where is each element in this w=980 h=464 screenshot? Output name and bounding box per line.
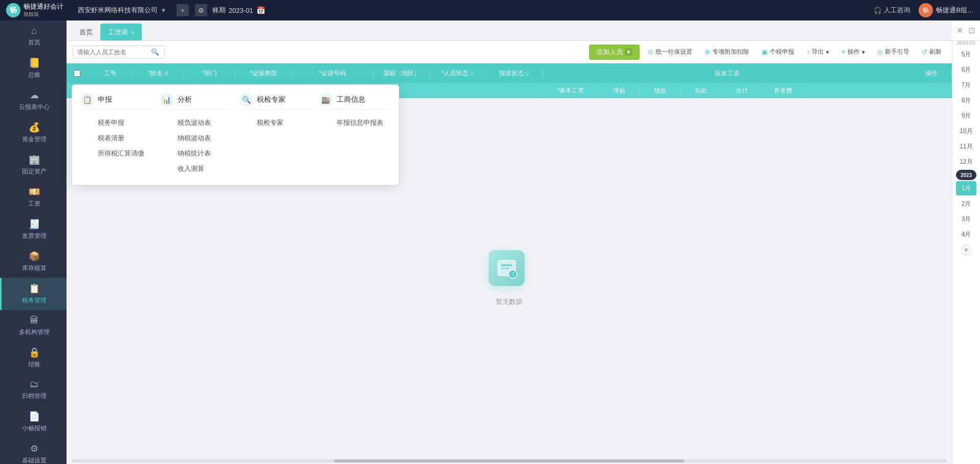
operations-button[interactable]: ≡ 操作 ▾ [837,46,869,58]
dropdown-item-annual-report[interactable]: 年报信息申报表 [319,115,391,130]
month-item-6[interactable]: 6月 [956,62,976,77]
th-dept: *部门 [184,69,235,78]
month-item-7[interactable]: 7月 [956,78,976,92]
period-label: 账期 [212,6,226,15]
select-all-checkbox[interactable] [74,70,80,77]
operations-label: 操作 [847,48,860,56]
month-item-12[interactable]: 12月 [956,154,976,169]
month-item-1[interactable]: 1月 [956,181,976,195]
month-item-5[interactable]: 5月 [956,47,976,61]
month-item-10[interactable]: 10月 [956,124,976,138]
month-item-3[interactable]: 3月 [956,212,976,226]
dropdown-item-tax-burden[interactable]: 税负波动表 [160,115,232,130]
social-insurance-icon: ⊙ [648,48,654,56]
headset-icon: 🎧 [874,7,882,14]
scroll-thumb[interactable] [334,459,684,462]
period-area: 账期 2023-01 📅 [212,6,265,15]
settings-icon[interactable]: ⚙ [195,4,207,16]
dropdown-item-income-calc[interactable]: 收入测算 [160,161,232,176]
sidebar-item-invoice[interactable]: 🧾 发票管理 [0,213,67,246]
month-item-2[interactable]: 2月 [956,196,976,211]
sidebar-item-cloud-report[interactable]: ☁ 云报表中心 [0,84,67,117]
guide-icon: ◎ [877,48,883,56]
company-selector[interactable]: 西安虾米网络科技有限公司 ▼ [78,6,166,15]
header-checkbox-cell[interactable] [67,70,87,77]
tab-salary[interactable]: 工资表 × [100,24,142,40]
calendar-icon[interactable]: 📅 [256,6,265,14]
sidebar-item-settings[interactable]: ⚙ 基础设置 [0,438,67,464]
window-close-icon[interactable]: ✕ [956,26,963,35]
scroll-down-arrow[interactable]: ▼ [960,244,972,256]
right-panel: ▲ 2023.01 5月 6月 7月 8月 9月 10月 11月 12月 202… [952,20,980,464]
month-item-8[interactable]: 8月 [956,93,976,107]
archive-icon: 🗂 [30,379,39,390]
dropdown-item-tax-expert[interactable]: 税检专家 [239,115,311,130]
section-label: 申报 [98,95,112,104]
horizontal-scrollbar[interactable] [67,458,952,464]
period-value: 2023-01 [229,7,253,14]
sidebar-item-label: 云报表中心 [19,103,50,112]
sidebar-item-label: 资金管理 [22,135,47,144]
sidebar-item-ledger[interactable]: 📒 总账 [0,52,67,84]
svg-text:?: ? [511,272,514,277]
month-item-11[interactable]: 11月 [956,139,976,153]
sidebar-item-xiao-chang[interactable]: 📄 小畅报销 [0,406,67,438]
multi-org-icon: 🏛 [30,315,39,326]
th-status[interactable]: *人员状态 ▽ [430,69,486,78]
th-action: 操作 [911,69,952,78]
th-pension: 养老费 [763,86,803,95]
add-person-button[interactable]: 添加人员 ▾ [589,45,640,60]
sidebar-item-multi-org[interactable]: 🏛 多机构管理 [0,310,67,342]
scroll-track[interactable] [72,459,947,462]
window-maximize-icon[interactable]: ⊡ [968,26,975,35]
section-label: 税检专家 [257,95,286,104]
export-button[interactable]: ↑ 导出 ▾ [802,46,834,58]
sidebar-item-closing[interactable]: 🔒 结账 [0,342,67,374]
section-label: 分析 [178,95,192,104]
sidebar-item-tax[interactable]: 📋 税务管理 [0,278,67,310]
sidebar-item-label: 小畅报销 [22,424,47,433]
service-button[interactable]: 🎧 人工咨询 [874,6,910,15]
top-bar-actions: + ⚙ [177,4,207,16]
dropdown-section-zhuanjia: 🔍 税检专家 税检专家 [239,93,311,176]
dropdown-item-tax-dynamic[interactable]: 纳税波动表 [160,130,232,146]
th-payroll-group: 应发工资 [542,69,911,78]
tax-report-button[interactable]: ▣ 个税申报 [757,46,798,58]
dropdown-section-fenxi: 📊 分析 税负波动表 纳税波动表 纳税统计表 收入测算 [160,93,232,176]
dropdown-item-tax-stats[interactable]: 纳税统计表 [160,146,232,161]
th-report-status[interactable]: 报送状态 ▽ [486,69,542,78]
search-input[interactable] [77,49,149,56]
closing-icon: 🔒 [29,347,40,358]
sidebar-item-salary[interactable]: 💴 工资 [0,181,67,213]
export-label: 导出 [812,48,824,56]
tax-icon: 📋 [29,283,40,294]
invoice-icon: 🧾 [29,218,40,230]
filter-icon: ▽ [470,71,474,76]
search-input-wrap[interactable]: 🔍 [73,46,165,58]
inventory-icon: 📦 [29,251,40,262]
dropdown-item-tax-report[interactable]: 税务申报 [80,115,152,130]
refresh-button[interactable]: ↺ 刷新 [918,46,946,58]
th-name[interactable]: *姓名 ⇅ [133,69,184,78]
top-right-area: 🎧 人工咨询 畅 畅捷通B组… [874,3,974,17]
sidebar-item-home[interactable]: ⌂ 首页 [0,20,67,52]
dropdown-item-income-tax[interactable]: 所得税汇算清缴 [80,146,152,161]
sidebar-item-label: 基础设置 [22,456,47,464]
sidebar-item-fund[interactable]: 💰 资金管理 [0,117,67,149]
sidebar-item-fixed-assets[interactable]: 🏢 固定资产 [0,149,67,181]
close-icon[interactable]: × [131,29,134,35]
social-insurance-button[interactable]: ⊙ 统一社保设置 [644,46,696,58]
tab-home[interactable]: 首页 [72,24,100,40]
sidebar-item-label: 库存核算 [22,264,47,273]
special-deduct-button[interactable]: ⊕ 专项附加扣除 [701,46,753,58]
toolbar: 🔍 添加人员 ▾ ⊙ 统一社保设置 ⊕ 专项附加扣除 ▣ 个税申报 ↑ 导出 [67,41,952,63]
guide-button[interactable]: ◎ 新手引导 [873,46,913,58]
dropdown-item-tax-table[interactable]: 税表清册 [80,130,152,146]
month-item-4[interactable]: 4月 [956,227,976,241]
window-controls: ✕ ⊡ [951,20,980,41]
user-area[interactable]: 畅 畅捷通B组… [919,3,974,17]
month-item-9[interactable]: 9月 [956,108,976,123]
sidebar-item-archive[interactable]: 🗂 归档管理 [0,374,67,406]
add-company-button[interactable]: + [177,4,189,16]
sidebar-item-inventory[interactable]: 📦 库存核算 [0,246,67,278]
